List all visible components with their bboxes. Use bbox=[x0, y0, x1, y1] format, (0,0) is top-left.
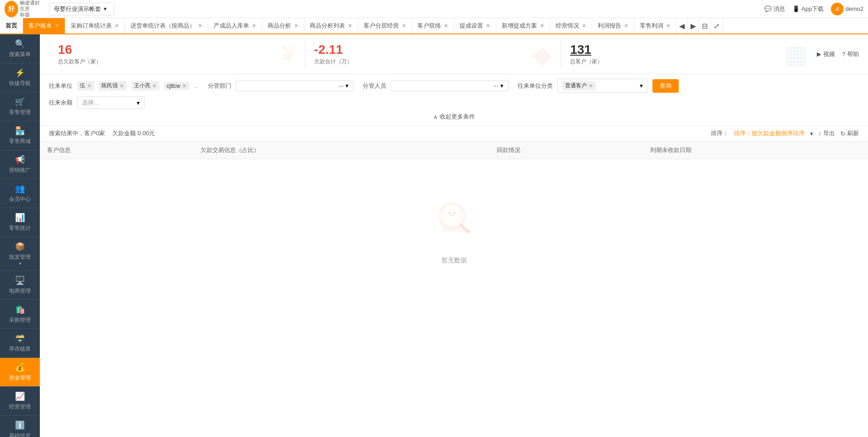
dept-select-dots[interactable]: ··· bbox=[339, 82, 344, 89]
tab-fullscreen-button[interactable]: ⤢ bbox=[711, 18, 723, 33]
dept-select[interactable]: ··· ▾ bbox=[236, 80, 354, 91]
tab-prev-button[interactable]: ◀ bbox=[676, 18, 688, 33]
sidebar-item-quick-nav[interactable]: ⚡ 快捷导航 bbox=[0, 63, 40, 92]
sidebar-item-basic-info[interactable]: ℹ️ 基础信息 bbox=[0, 416, 40, 437]
user-menu[interactable]: d demo2 bbox=[831, 3, 863, 15]
person-select-chevron: ▾ bbox=[500, 82, 504, 89]
avatar: d bbox=[831, 3, 844, 15]
tab-next-button[interactable]: ▶ bbox=[688, 18, 699, 33]
top-right-actions: 💬 消息 📱 App下载 d demo2 bbox=[764, 3, 863, 15]
dept-filter-label: 分管部门 bbox=[208, 82, 231, 90]
tab-goods-analysis[interactable]: 商品分析 ✕ bbox=[262, 18, 304, 33]
tab-operations[interactable]: 经营情况 ✕ bbox=[550, 18, 592, 33]
filter-more-units[interactable]: ... bbox=[194, 82, 199, 89]
tab-close-inventory-stats[interactable]: ✕ bbox=[198, 23, 202, 29]
tab-inventory-stats[interactable]: 进货单统计表（按商品） ✕ bbox=[125, 18, 208, 33]
tab-profit-report[interactable]: 利润报告 ✕ bbox=[592, 18, 634, 33]
sidebar-item-operations-mgmt[interactable]: 📈 经营管理 bbox=[0, 387, 40, 416]
main-layout: 🔍 搜索菜单 ⚡ 快捷导航 🛒 零售管理 🏪 零售商城 📢 营销推广 👥 会员中… bbox=[0, 34, 868, 437]
filter-row-1: 往来单位 伍 ✕ 陈民强 ✕ 王小亮 ✕ cjttcw ✕ ... bbox=[49, 79, 859, 93]
filter-tag-close-unit-1[interactable]: ✕ bbox=[120, 83, 124, 89]
tab-home[interactable]: 首页 bbox=[0, 18, 23, 33]
tab-close-operations[interactable]: ✕ bbox=[582, 23, 586, 29]
tab-close-raise-settings[interactable]: ✕ bbox=[486, 23, 490, 29]
tab-retail-profit[interactable]: 零售利润 ✕ bbox=[634, 18, 676, 33]
stat-total-customers-bg-icon: ▦ bbox=[784, 40, 808, 69]
tab-close-customer-tier[interactable]: ✕ bbox=[402, 23, 406, 29]
member-center-icon: 👥 bbox=[15, 184, 25, 194]
tab-customers[interactable]: 客户账本 ✕ bbox=[23, 18, 65, 33]
marketing-icon: 📢 bbox=[15, 155, 25, 165]
tab-customer-contact[interactable]: 客户联络 ✕ bbox=[412, 18, 454, 33]
sidebar-item-purchase-mgmt[interactable]: 🛍️ 采购管理 bbox=[0, 300, 40, 329]
balance-filter-label: 往来余额 bbox=[49, 99, 72, 107]
stat-debit-customers-bg-icon: ¥ bbox=[282, 40, 296, 69]
sort-select[interactable]: 排序：按欠款金额倒序排序 bbox=[734, 129, 805, 138]
sidebar-item-retail-mgmt[interactable]: 🛒 零售管理 bbox=[0, 92, 40, 121]
col-customer-info: 客户信息 bbox=[40, 142, 193, 159]
balance-select[interactable]: 选择... ▾ bbox=[77, 96, 145, 109]
tab-new-raise-plan[interactable]: 新增提成方案 ✕ bbox=[496, 18, 550, 33]
search-button[interactable]: 查询 bbox=[652, 79, 679, 93]
app-download-button[interactable]: 📱 App下载 bbox=[792, 5, 824, 13]
sidebar-item-retail-shop[interactable]: 🏪 零售商城 bbox=[0, 121, 40, 150]
tab-expand-button[interactable]: ⊟ bbox=[699, 18, 711, 33]
person-select-dots[interactable]: ··· bbox=[494, 82, 499, 89]
sidebar-item-member-center[interactable]: 👥 会员中心 bbox=[0, 179, 40, 208]
tab-close-customer-contact[interactable]: ✕ bbox=[444, 23, 448, 29]
no-data-illustration bbox=[432, 195, 477, 241]
wholesale-mgmt-icon: 📦 bbox=[15, 242, 25, 252]
category-filter-label: 往来单位分类 bbox=[518, 82, 553, 90]
filter-tag-close-unit-0[interactable]: ✕ bbox=[87, 83, 91, 89]
stat-total-customers-value: 131 bbox=[570, 43, 603, 57]
filter-tag-close-unit-2[interactable]: ✕ bbox=[152, 83, 157, 89]
tab-bar: 首页 客户账本 ✕ 采购订单统计表 ✕ 进货单统计表（按商品） ✕ 产成品入库单… bbox=[0, 18, 868, 34]
collapse-button[interactable]: ∧ 收起更多条件 bbox=[433, 113, 475, 121]
message-icon: 💬 bbox=[764, 5, 772, 12]
tab-close-goods-analysis-list[interactable]: ✕ bbox=[348, 23, 352, 29]
basic-info-icon: ℹ️ bbox=[15, 420, 25, 430]
video-button[interactable]: ▶ 视频 bbox=[817, 50, 835, 58]
message-button[interactable]: 💬 消息 bbox=[764, 5, 785, 13]
tab-close-product-instock[interactable]: ✕ bbox=[252, 23, 256, 29]
quick-nav-icon: ⚡ bbox=[15, 68, 25, 78]
sidebar-item-ecom-mgmt[interactable]: 🖥️ 电商管理 bbox=[0, 271, 40, 300]
tab-close-purchase-order[interactable]: ✕ bbox=[115, 23, 119, 29]
sidebar-item-marketing[interactable]: 📢 营销推广 bbox=[0, 150, 40, 179]
stat-total-customers: 131 总客户（家） ▦ bbox=[561, 39, 817, 69]
sidebar-item-inventory[interactable]: 🗃️ 库存核算 bbox=[0, 329, 40, 358]
sidebar-item-search[interactable]: 🔍 搜索菜单 bbox=[0, 34, 40, 63]
sidebar: 🔍 搜索菜单 ⚡ 快捷导航 🛒 零售管理 🏪 零售商城 📢 营销推广 👥 会员中… bbox=[0, 34, 40, 437]
tab-close-retail-profit[interactable]: ✕ bbox=[666, 23, 671, 29]
category-select[interactable]: 普通客户 ✕ ▾ bbox=[557, 79, 648, 93]
tab-close-goods-analysis[interactable]: ✕ bbox=[294, 23, 298, 29]
filter-tag-close-category-0[interactable]: ✕ bbox=[589, 83, 593, 89]
tab-customer-tier[interactable]: 客户分层经营 ✕ bbox=[358, 18, 412, 33]
tab-close-new-raise-plan[interactable]: ✕ bbox=[540, 23, 544, 29]
capital-icon: 💰 bbox=[15, 362, 25, 372]
tab-close-profit-report[interactable]: ✕ bbox=[624, 23, 628, 29]
filter-tag-unit-1: 陈民强 ✕ bbox=[99, 81, 127, 90]
tab-close-customers[interactable]: ✕ bbox=[55, 23, 59, 29]
help-button[interactable]: ? 帮助 bbox=[842, 50, 859, 58]
person-select[interactable]: ··· ▾ bbox=[391, 80, 508, 91]
sidebar-item-wholesale-mgmt[interactable]: 📦 批发管理 ▾ bbox=[0, 237, 40, 271]
unit-filter-label: 往来单位 bbox=[49, 82, 72, 90]
filter-tag-unit-2: 王小亮 ✕ bbox=[131, 81, 159, 90]
refresh-button[interactable]: ↻ 刷新 bbox=[840, 129, 859, 138]
sidebar-item-retail-stats[interactable]: 📊 零售统计 bbox=[0, 208, 40, 237]
stat-debit-customers-value: 16 bbox=[58, 43, 101, 57]
tab-goods-analysis-list[interactable]: 商品分析列表 ✕ bbox=[304, 18, 358, 33]
tab-purchase-order[interactable]: 采购订单统计表 ✕ bbox=[65, 18, 125, 33]
stat-debit-amount-label: 欠款合计（万） bbox=[314, 58, 352, 66]
export-button[interactable]: ↑ 导出 bbox=[819, 129, 835, 138]
svg-point-6 bbox=[453, 212, 455, 214]
sidebar-item-capital[interactable]: 💰 资金管理 bbox=[0, 358, 40, 387]
filter-tag-close-unit-3[interactable]: ✕ bbox=[182, 83, 187, 89]
account-selector[interactable]: 母婴行业演示帐套 ▾ bbox=[49, 3, 115, 15]
results-amount-text: 欠款金额 0.00元 bbox=[112, 129, 155, 138]
dept-select-chevron: ▾ bbox=[345, 82, 349, 89]
retail-stats-icon: 📊 bbox=[15, 213, 25, 223]
tab-raise-settings[interactable]: 提成设置 ✕ bbox=[454, 18, 496, 33]
tab-product-instock[interactable]: 产成品入库单 ✕ bbox=[208, 18, 262, 33]
